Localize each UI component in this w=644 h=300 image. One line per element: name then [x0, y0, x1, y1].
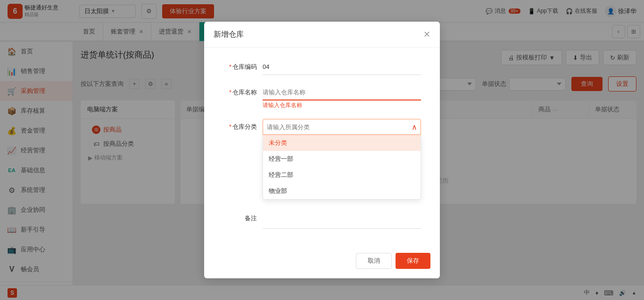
dropdown-item-dept3[interactable]: 物业部 — [263, 183, 421, 199]
dialog-close-button[interactable]: ✕ — [423, 29, 430, 40]
dropdown-item-dept1[interactable]: 经营一部 — [263, 151, 421, 167]
form-row-name: 仓库名称 请输入仓库名称 — [223, 84, 421, 109]
name-input[interactable] — [263, 84, 421, 100]
note-textarea[interactable] — [263, 210, 421, 229]
dialog-title: 新增仓库 — [214, 30, 244, 40]
dialog-footer: 取消 保存 — [204, 247, 440, 278]
form-row-note: 备注 — [223, 210, 421, 230]
name-field-wrap: 请输入仓库名称 — [263, 84, 421, 109]
note-field-wrap — [263, 210, 421, 230]
dialog-header: 新增仓库 ✕ — [204, 22, 440, 48]
name-error-msg: 请输入仓库名称 — [263, 101, 421, 109]
dropdown-item-uncategorized[interactable]: 未分类 — [263, 135, 421, 151]
code-field-wrap — [263, 59, 421, 75]
add-warehouse-dialog: 新增仓库 ✕ 仓库编码 仓库名称 请输入仓库名称 仓库分类 ∧ — [204, 22, 440, 278]
category-input[interactable] — [263, 119, 421, 135]
dropdown-item-dept2[interactable]: 经营二部 — [263, 167, 421, 183]
category-dropdown: 未分类 经营一部 经营二部 物业部 — [263, 135, 421, 200]
note-label: 备注 — [223, 210, 257, 223]
save-button[interactable]: 保存 — [396, 253, 430, 269]
form-row-code: 仓库编码 — [223, 59, 421, 75]
dialog-body: 仓库编码 仓库名称 请输入仓库名称 仓库分类 ∧ 未分类 经营一部 经营二部 — [204, 48, 440, 247]
code-label: 仓库编码 — [223, 59, 257, 71]
cancel-button[interactable]: 取消 — [356, 253, 392, 269]
code-input[interactable] — [263, 59, 421, 75]
category-label: 仓库分类 — [223, 119, 257, 131]
form-row-category: 仓库分类 ∧ 未分类 经营一部 经营二部 物业部 — [223, 119, 421, 135]
name-label: 仓库名称 — [223, 84, 257, 97]
category-field-wrap: ∧ 未分类 经营一部 经营二部 物业部 — [263, 119, 421, 135]
